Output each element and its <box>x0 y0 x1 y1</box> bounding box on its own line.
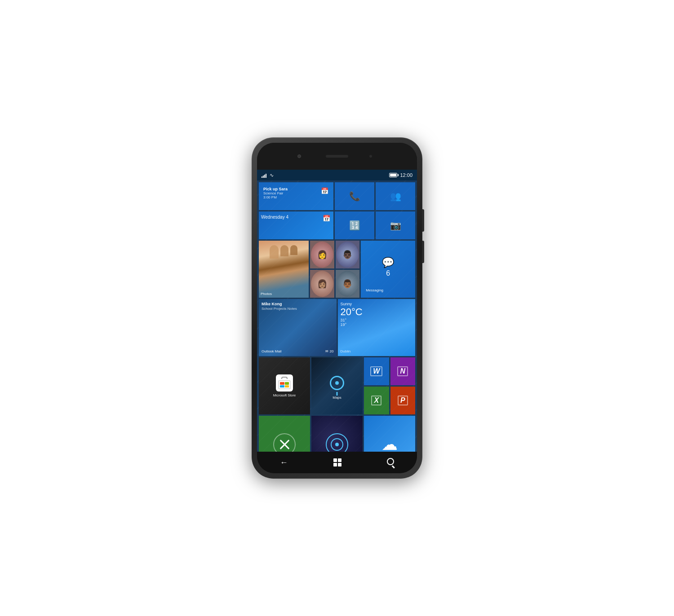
contact1-avatar: 👩 <box>311 242 333 268</box>
contact3-avatar: 👩🏽 <box>311 271 333 297</box>
camera-tile[interactable]: 📷 <box>376 211 415 239</box>
contact2-tile[interactable]: 👨🏿 <box>336 241 360 268</box>
excel-icon: X <box>371 396 381 405</box>
messaging-tile[interactable]: 💬 6 Messaging <box>361 241 415 298</box>
word-tile[interactable]: W <box>364 357 389 385</box>
calculator-tile[interactable]: 🔢 <box>335 211 374 239</box>
photos-label: Photos <box>261 292 307 296</box>
onedrive-tile[interactable]: ☁ <box>364 416 415 452</box>
speaker <box>326 155 348 158</box>
date-tile[interactable]: Wednesday 4 📅 <box>259 211 333 239</box>
phone-top-bar <box>257 143 417 170</box>
calendar-icon: 📅 <box>321 187 328 194</box>
weather-tile[interactable]: Sunny 20°C 31° 19° Dublin <box>338 299 416 356</box>
camera <box>297 154 301 158</box>
weather-condition: Sunny <box>341 302 413 306</box>
email-subjects: School Projects Notes <box>262 307 334 311</box>
maps-label: Maps <box>333 396 341 400</box>
powerpoint-icon: P <box>398 396 408 405</box>
people-icon: 👥 <box>390 191 401 202</box>
search-icon <box>387 458 394 465</box>
contact4-avatar: 👨🏾 <box>337 271 359 297</box>
tiles-container: Pick up Sara Science Fair 3:00 PM 📅 📞 👥 <box>257 180 417 452</box>
messaging-label: Messaging <box>366 288 410 293</box>
contacts-column: 👩 👨🏿 👩🏽 👨🏾 <box>310 241 360 298</box>
groove-inner-ring <box>331 438 343 451</box>
row4: Mike Kong School Projects Notes Outlook … <box>259 299 415 356</box>
battery-icon <box>389 173 397 177</box>
weather-low: 19° <box>341 322 413 327</box>
people-tile[interactable]: 👥 <box>376 182 415 210</box>
contact4-tile[interactable]: 👨🏾 <box>336 270 360 298</box>
store-bag <box>276 374 293 392</box>
onedrive-cloud-icon: ☁ <box>381 435 398 452</box>
calendar-event: Pick up Sara <box>263 187 329 191</box>
status-right: 12:00 <box>389 172 412 178</box>
maps-tile[interactable]: Maps <box>311 357 363 414</box>
contacts-top: 👩 👨🏿 <box>310 241 360 268</box>
groove-center <box>335 443 339 446</box>
xbox-tile[interactable] <box>259 416 310 452</box>
email-app-label: Outlook Mail <box>262 349 281 353</box>
row5: Microsoft Store <box>259 357 415 414</box>
email-tile[interactable]: Mike Kong School Projects Notes Outlook … <box>259 299 337 356</box>
email-name: Mike Kong <box>262 302 334 306</box>
groove-tile[interactable] <box>311 416 363 452</box>
weather-temp: 20°C <box>341 307 413 317</box>
store-tile[interactable]: Microsoft Store <box>259 357 310 414</box>
contacts-bottom: 👩🏽 👨🏾 <box>310 270 360 298</box>
time-display: 12:00 <box>400 172 412 178</box>
nav-bar: ← <box>257 452 417 473</box>
messaging-icon: 💬 <box>382 257 394 268</box>
weather-city: Dublin <box>341 349 413 353</box>
row3: Photos 👩 👨🏿 <box>259 241 415 298</box>
row2: Wednesday 4 📅 🔢 📷 <box>259 211 415 239</box>
store-label: Microsoft Store <box>273 393 296 397</box>
calendar-tile[interactable]: Pick up Sara Science Fair 3:00 PM 📅 <box>259 182 333 210</box>
xbox-logo <box>273 433 296 452</box>
phone-icon: 📞 <box>349 191 360 202</box>
windows-logo <box>333 458 341 466</box>
phone-tile[interactable]: 📞 <box>335 182 374 210</box>
camera-tile-icon: 📷 <box>390 220 401 231</box>
groove-outer-ring <box>326 433 348 452</box>
maps-pin <box>328 372 346 394</box>
back-button[interactable]: ← <box>271 454 297 471</box>
row1: Pick up Sara Science Fair 3:00 PM 📅 📞 👥 <box>259 182 415 210</box>
screen: ∿ 12:00 Pick up Sara Sci <box>257 170 417 452</box>
word-icon: W <box>370 366 382 376</box>
wifi-icon: ∿ <box>270 172 274 178</box>
photos-tile[interactable]: Photos <box>259 241 309 298</box>
row6: ☁ <box>259 416 415 452</box>
date-text: Wednesday 4 <box>261 215 331 220</box>
battery-fill <box>390 174 396 176</box>
contact2-avatar: 👨🏿 <box>337 242 359 268</box>
phone-inner: ∿ 12:00 Pick up Sara Sci <box>257 143 417 473</box>
sensor <box>369 155 372 158</box>
search-button[interactable] <box>378 454 403 471</box>
windows-button[interactable] <box>324 455 350 470</box>
excel-tile[interactable]: X <box>364 387 389 414</box>
calculator-icon: 🔢 <box>349 220 360 231</box>
contact3-tile[interactable]: 👩🏽 <box>310 270 334 298</box>
calendar-time: 3:00 PM <box>263 195 329 199</box>
office-tiles: W N X P <box>364 357 415 414</box>
phone-device: ∿ 12:00 Pick up Sara Sci <box>252 137 422 479</box>
date-calendar-icon: 📅 <box>323 215 330 222</box>
powerpoint-tile[interactable]: P <box>390 387 416 414</box>
email-count: ✉ 20 <box>325 349 333 353</box>
status-left: ∿ <box>262 172 274 178</box>
onenote-icon: N <box>397 366 408 376</box>
signal-bars <box>262 172 266 178</box>
onenote-small-tile[interactable]: N <box>390 357 416 385</box>
weather-high: 31° <box>341 318 413 322</box>
calendar-sub: Science Fair <box>263 191 329 195</box>
contact1-tile[interactable]: 👩 <box>310 241 334 268</box>
messaging-badge-num: 6 <box>386 269 390 277</box>
status-bar: ∿ 12:00 <box>257 170 417 180</box>
